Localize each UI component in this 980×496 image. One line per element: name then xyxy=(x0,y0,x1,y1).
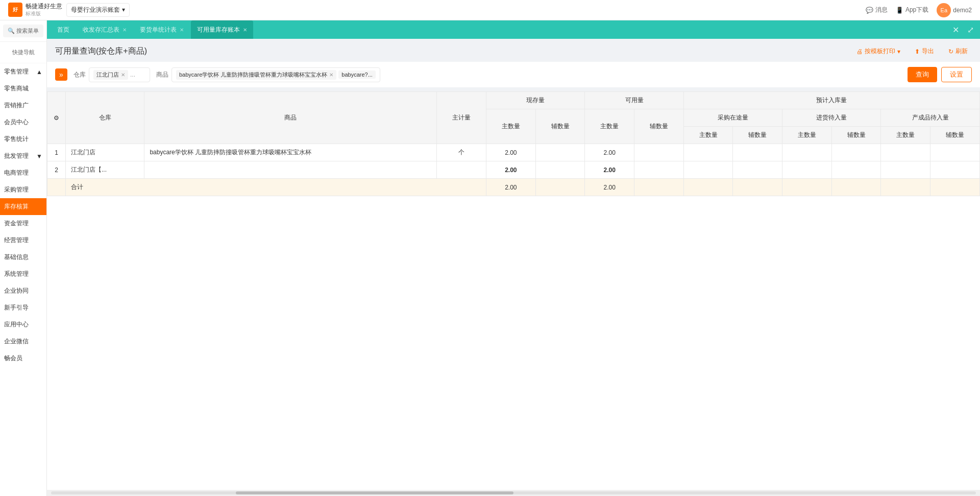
cell-product xyxy=(144,161,437,179)
tab-close-all-btn[interactable]: ✕ xyxy=(950,25,961,35)
refresh-label: 刷新 xyxy=(955,47,968,56)
export-label: 导出 xyxy=(922,47,934,56)
tab-shoufa[interactable]: 收发存汇总表 ✕ xyxy=(77,20,133,39)
user-area[interactable]: Ea demo2 xyxy=(937,3,972,17)
query-btn[interactable]: 查询 xyxy=(908,67,937,82)
search-menu-btn[interactable]: 🔍 搜索菜单 xyxy=(3,25,43,37)
avatar-text: Ea xyxy=(941,7,947,13)
sidebar-item-beginner-guide[interactable]: 新手引导 xyxy=(0,299,46,316)
th-unit: 主计量 xyxy=(437,92,486,144)
sidebar-item-retail-mall[interactable]: 零售商城 xyxy=(0,80,46,97)
tab-home[interactable]: 首页 xyxy=(51,20,76,39)
cell-current-main: 2.00 xyxy=(486,161,535,179)
sidebar-item-inventory-check[interactable]: 库存核算 xyxy=(0,198,46,215)
refresh-btn[interactable]: ↻ 刷新 xyxy=(944,45,972,58)
sidebar-item-finance-mgmt[interactable]: 资金管理 xyxy=(0,215,46,232)
product-tag-2-value: babycare?... xyxy=(341,72,373,78)
th-settings[interactable]: ⚙ xyxy=(47,92,66,144)
download-icon: 📱 xyxy=(896,7,903,14)
message-btn[interactable]: 💬 消息 xyxy=(866,6,888,14)
sidebar-item-app-center[interactable]: 应用中心 xyxy=(0,316,46,333)
tab-close-icon[interactable]: ✕ xyxy=(243,27,247,33)
sidebar-item-retail-stats[interactable]: 零售统计 xyxy=(0,131,46,148)
top-bar-right: 💬 消息 📱 App下载 Ea demo2 xyxy=(866,3,972,17)
industry-label: 母婴行业演示账套 xyxy=(71,6,120,14)
product-tag-1-close[interactable]: ✕ xyxy=(329,72,333,78)
tab-close-icon[interactable]: ✕ xyxy=(122,27,127,33)
sidebar-item-vip-member[interactable]: 畅会员 xyxy=(0,350,46,367)
footer-pt-main xyxy=(683,179,733,196)
warehouse-tag-close[interactable]: ✕ xyxy=(121,72,125,78)
th-current-aux: 辅数量 xyxy=(535,109,585,144)
th-ip-aux: 辅数量 xyxy=(831,127,881,144)
footer-ip-aux xyxy=(831,179,881,196)
sidebar-item-label: 应用中心 xyxy=(4,320,29,329)
footer-label: 合计 xyxy=(66,179,486,196)
cell-pt-main xyxy=(683,161,733,179)
th-current-stock-group: 现存量 xyxy=(486,92,584,109)
th-available-main: 主数量 xyxy=(585,109,634,144)
table-container: ⚙ 仓库 商品 主计量 现存量 可用量 预计入库量 主数量 辅数量 xyxy=(47,91,980,496)
page-actions: 🖨 按模板打印 ▾ ⬆ 导出 ↻ 刷新 xyxy=(852,45,972,58)
print-icon: 🖨 xyxy=(856,48,863,55)
th-product: 商品 xyxy=(144,92,437,144)
warehouse-input[interactable]: 江北门店 ✕ ... xyxy=(89,67,150,82)
footer-available-aux xyxy=(634,179,684,196)
cell-index: 1 xyxy=(47,144,66,161)
quick-nav-label: 快捷导航 xyxy=(3,46,43,59)
tab-maximize-btn[interactable]: ⤢ xyxy=(965,25,976,35)
th-ip-main: 主数量 xyxy=(782,127,832,144)
scroll-track xyxy=(51,491,976,494)
logo-text: 畅捷通好生意 xyxy=(26,3,62,10)
sidebar-item-purchase-mgmt[interactable]: 采购管理 xyxy=(0,181,46,198)
print-template-btn[interactable]: 🖨 按模板打印 ▾ xyxy=(852,45,904,58)
cell-pt-aux xyxy=(733,161,782,179)
cell-warehouse: 江北门店 xyxy=(66,144,144,161)
warehouse-filter: 仓库 江北门店 ✕ ... xyxy=(74,67,150,82)
sidebar-item-member-center[interactable]: 会员中心 xyxy=(0,114,46,131)
footer-ip-main xyxy=(782,179,832,196)
product-tag-1-value: babycare学饮杯 儿童防摔防撞吸管杯重力球吸嘴杯宝宝水杯 xyxy=(179,71,327,79)
app-download-btn[interactable]: 📱 App下载 xyxy=(896,6,928,14)
export-btn[interactable]: ⬆ 导出 xyxy=(911,45,938,58)
cell-ip-aux xyxy=(831,161,881,179)
filter-expand-btn[interactable]: » xyxy=(55,68,67,81)
chevron-down-icon: ▾ xyxy=(897,48,900,55)
industry-selector[interactable]: 母婴行业演示账套 ▾ xyxy=(66,3,130,17)
bottom-scrollbar[interactable] xyxy=(47,490,980,496)
sidebar-item-enterprise-collab[interactable]: 企业协同 xyxy=(0,282,46,299)
product-input[interactable]: babycare学饮杯 儿童防摔防撞吸管杯重力球吸嘴杯宝宝水杯 ✕ babyca… xyxy=(172,67,380,82)
th-available-group: 可用量 xyxy=(585,92,683,109)
sidebar-item-label: 资金管理 xyxy=(4,219,29,228)
sidebar-item-marketing[interactable]: 营销推广 xyxy=(0,97,46,114)
cell-current-aux xyxy=(535,161,585,179)
warehouse-more[interactable]: ... xyxy=(130,71,135,78)
sidebar-item-business-mgmt[interactable]: 经营管理 xyxy=(0,232,46,249)
sidebar-item-wholesale-mgmt[interactable]: 批发管理 ▼ xyxy=(0,148,46,164)
chevron-icon: ▲ xyxy=(36,68,42,76)
tab-keyongliang[interactable]: 可用量库存账本 ✕ xyxy=(191,20,253,39)
sidebar-item-basic-info[interactable]: 基础信息 xyxy=(0,249,46,266)
footer-current-main: 2.00 xyxy=(486,179,535,196)
quick-nav-item[interactable]: 快捷导航 xyxy=(0,42,46,63)
tab-yaohuo[interactable]: 要货单统计表 ✕ xyxy=(134,20,190,39)
warehouse-tag-value: 江北门店 xyxy=(96,71,119,79)
product-tag-2: babycare?... xyxy=(338,70,376,79)
sidebar-item-system-mgmt[interactable]: 系统管理 xyxy=(0,266,46,282)
warehouse-label: 仓库 xyxy=(74,70,86,79)
sidebar-item-ecommerce[interactable]: 电商管理 xyxy=(0,164,46,181)
th-product-pending-group: 产成品待入量 xyxy=(881,109,980,127)
home-label: 首页 xyxy=(57,26,69,34)
cell-unit: 个 xyxy=(437,144,486,161)
footer-pt-aux xyxy=(733,179,782,196)
cell-pt-main xyxy=(683,144,733,161)
cell-pp-aux xyxy=(930,161,980,179)
sidebar-item-enterprise-wechat[interactable]: 企业微信 xyxy=(0,333,46,350)
settings-btn[interactable]: 设置 xyxy=(941,67,972,82)
th-forecast-in-group: 预计入库量 xyxy=(683,92,979,109)
page-title: 可用量查询(按仓库+商品) xyxy=(55,46,147,57)
footer-pp-main xyxy=(881,179,930,196)
table-row: 1 江北门店 babycare学饮杯 儿童防摔防撞吸管杯重力球吸嘴杯宝宝水杯 个… xyxy=(47,144,980,161)
tab-close-icon[interactable]: ✕ xyxy=(180,27,184,33)
sidebar-item-retail-mgmt[interactable]: 零售管理 ▲ xyxy=(0,63,46,80)
